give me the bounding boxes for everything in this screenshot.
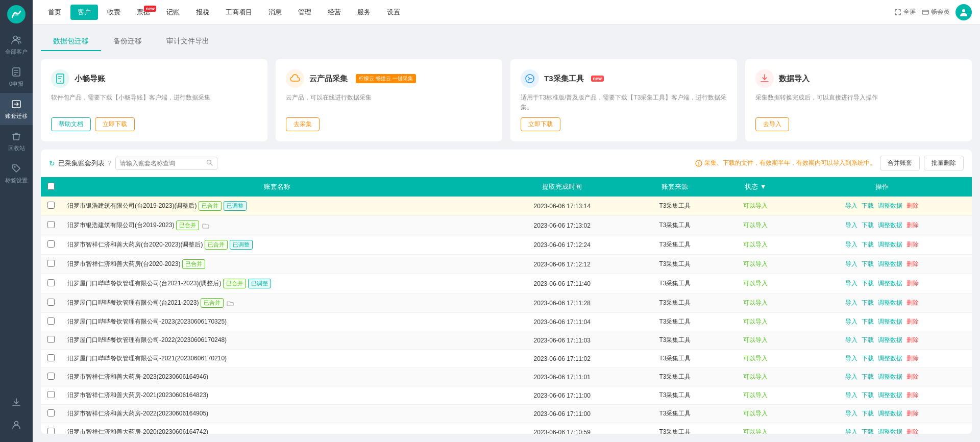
nav-invoice[interactable]: 票据 new bbox=[130, 5, 157, 20]
action-下载-10[interactable]: 下载 bbox=[862, 391, 874, 399]
nav-clients[interactable]: 客户 bbox=[70, 5, 98, 20]
nav-operations[interactable]: 经营 bbox=[321, 5, 348, 20]
nav-settings[interactable]: 设置 bbox=[380, 5, 407, 20]
sidebar-item-trash[interactable]: 回收站 bbox=[0, 125, 33, 157]
app-logo[interactable] bbox=[6, 4, 27, 24]
row-7-checkbox[interactable] bbox=[47, 336, 55, 343]
nav-fees[interactable]: 收费 bbox=[100, 5, 128, 20]
action-下载-7[interactable]: 下载 bbox=[862, 336, 874, 343]
help-icon[interactable]: ? bbox=[108, 159, 111, 167]
action-删除-11[interactable]: 删除 bbox=[906, 410, 919, 417]
action-调整数据-7[interactable]: 调整数据 bbox=[878, 336, 902, 343]
row-6-checkbox[interactable] bbox=[47, 317, 55, 325]
col-status[interactable]: 状态 ▼ bbox=[719, 177, 792, 197]
action-调整数据-3[interactable]: 调整数据 bbox=[878, 260, 902, 267]
action-下载-5[interactable]: 下载 bbox=[862, 299, 874, 306]
row-9-checkbox[interactable] bbox=[47, 373, 55, 380]
row-11-checkbox[interactable] bbox=[47, 409, 55, 416]
nav-business[interactable]: 工商项目 bbox=[218, 5, 259, 20]
action-下载-1[interactable]: 下载 bbox=[862, 222, 874, 229]
action-删除-10[interactable]: 删除 bbox=[906, 391, 919, 399]
merge-accounts-btn[interactable]: 合并账套 bbox=[880, 156, 920, 170]
search-button[interactable] bbox=[202, 157, 217, 169]
row-0-checkbox[interactable] bbox=[47, 202, 55, 209]
nav-accounting[interactable]: 记账 bbox=[159, 5, 187, 20]
action-下载-6[interactable]: 下载 bbox=[862, 318, 874, 325]
action-下载-8[interactable]: 下载 bbox=[862, 355, 874, 362]
col-time[interactable]: 提取完成时间 bbox=[493, 177, 631, 197]
row-8-checkbox[interactable] bbox=[47, 354, 55, 361]
action-调整数据-2[interactable]: 调整数据 bbox=[878, 241, 902, 248]
action-下载-3[interactable]: 下载 bbox=[862, 260, 874, 267]
refresh-icon[interactable]: ↻ bbox=[49, 159, 55, 167]
sidebar-item-account-migration[interactable]: 账套迁移 bbox=[0, 93, 33, 125]
col-name[interactable]: 账套名称 bbox=[61, 177, 493, 197]
action-下载-4[interactable]: 下载 bbox=[862, 280, 874, 287]
xiaochang-download-btn[interactable]: 立即下载 bbox=[95, 117, 135, 131]
nav-services[interactable]: 服务 bbox=[350, 5, 378, 20]
action-导入-3[interactable]: 导入 bbox=[845, 260, 857, 267]
nav-home[interactable]: 首页 bbox=[41, 5, 68, 20]
nav-manage[interactable]: 管理 bbox=[291, 5, 318, 20]
row-1-checkbox[interactable] bbox=[47, 221, 55, 228]
action-调整数据-11[interactable]: 调整数据 bbox=[878, 410, 902, 417]
action-导入-7[interactable]: 导入 bbox=[845, 336, 857, 343]
batch-delete-btn[interactable]: 批量删除 bbox=[924, 156, 964, 170]
action-下载-9[interactable]: 下载 bbox=[862, 373, 874, 380]
action-删除-0[interactable]: 删除 bbox=[906, 202, 919, 209]
col-source[interactable]: 账套来源 bbox=[631, 177, 719, 197]
action-调整数据-6[interactable]: 调整数据 bbox=[878, 318, 902, 325]
fullscreen-btn[interactable]: 全屏 bbox=[894, 8, 916, 16]
xiaochang-help-btn[interactable]: 帮助文档 bbox=[51, 117, 91, 131]
action-删除-9[interactable]: 删除 bbox=[906, 373, 919, 380]
action-下载-12[interactable]: 下载 bbox=[862, 428, 874, 434]
row-3-checkbox[interactable] bbox=[47, 260, 55, 267]
row-2-checkbox[interactable] bbox=[47, 240, 55, 248]
sidebar-item-all-clients[interactable]: 全部客户 bbox=[0, 29, 33, 61]
nav-messages[interactable]: 消息 bbox=[261, 5, 289, 20]
action-删除-7[interactable]: 删除 bbox=[906, 336, 919, 343]
action-导入-1[interactable]: 导入 bbox=[845, 222, 857, 229]
action-导入-0[interactable]: 导入 bbox=[845, 202, 857, 209]
action-导入-12[interactable]: 导入 bbox=[845, 428, 857, 434]
row-4-checkbox[interactable] bbox=[47, 279, 55, 286]
action-导入-4[interactable]: 导入 bbox=[845, 280, 857, 287]
action-删除-2[interactable]: 删除 bbox=[906, 241, 919, 248]
action-导入-2[interactable]: 导入 bbox=[845, 241, 857, 248]
action-调整数据-12[interactable]: 调整数据 bbox=[878, 428, 902, 434]
action-导入-5[interactable]: 导入 bbox=[845, 299, 857, 306]
select-all-checkbox[interactable] bbox=[47, 183, 55, 190]
action-删除-5[interactable]: 删除 bbox=[906, 299, 919, 306]
sidebar-item-download[interactable] bbox=[8, 391, 24, 413]
row-12-checkbox[interactable] bbox=[47, 428, 55, 434]
cloud-badge[interactable]: 柠檬云 畅捷云 一键采集 bbox=[356, 74, 416, 83]
action-调整数据-10[interactable]: 调整数据 bbox=[878, 391, 902, 399]
cloud-collect-btn[interactable]: 去采集 bbox=[286, 117, 320, 131]
action-导入-6[interactable]: 导入 bbox=[845, 318, 857, 325]
action-调整数据-5[interactable]: 调整数据 bbox=[878, 299, 902, 306]
sidebar-item-user-settings[interactable] bbox=[8, 413, 24, 436]
action-下载-2[interactable]: 下载 bbox=[862, 241, 874, 248]
action-删除-1[interactable]: 删除 bbox=[906, 222, 919, 229]
import-go-btn[interactable]: 去导入 bbox=[755, 117, 789, 131]
action-下载-11[interactable]: 下载 bbox=[862, 410, 874, 417]
tab-backup-migration[interactable]: 备份迁移 bbox=[101, 33, 154, 51]
action-删除-3[interactable]: 删除 bbox=[906, 260, 919, 267]
sidebar-item-zero-declare[interactable]: 0申报 bbox=[0, 61, 33, 93]
action-导入-9[interactable]: 导入 bbox=[845, 373, 857, 380]
action-导入-8[interactable]: 导入 bbox=[845, 355, 857, 362]
action-删除-8[interactable]: 删除 bbox=[906, 355, 919, 362]
sidebar-item-tag-settings[interactable]: 标签设置 bbox=[0, 157, 33, 189]
action-调整数据-9[interactable]: 调整数据 bbox=[878, 373, 902, 380]
action-删除-4[interactable]: 删除 bbox=[906, 280, 919, 287]
action-下载-0[interactable]: 下载 bbox=[862, 202, 874, 209]
action-调整数据-8[interactable]: 调整数据 bbox=[878, 355, 902, 362]
tab-audit-export[interactable]: 审计文件导出 bbox=[154, 33, 222, 51]
action-调整数据-4[interactable]: 调整数据 bbox=[878, 280, 902, 287]
action-调整数据-1[interactable]: 调整数据 bbox=[878, 222, 902, 229]
search-input[interactable] bbox=[116, 158, 202, 169]
action-删除-12[interactable]: 删除 bbox=[906, 428, 919, 434]
row-5-checkbox[interactable] bbox=[47, 299, 55, 306]
tab-data-migration[interactable]: 数据包迁移 bbox=[41, 33, 101, 51]
user-avatar[interactable] bbox=[955, 4, 972, 20]
